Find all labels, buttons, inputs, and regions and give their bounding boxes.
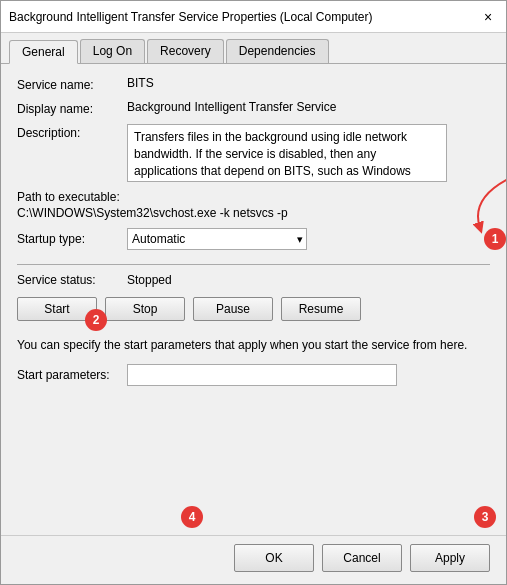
service-name-value: BITS: [127, 76, 154, 90]
footer: 4 3 OK Cancel Apply: [1, 535, 506, 584]
description-row: Description: Transfers files in the back…: [17, 124, 490, 182]
description-value: Transfers files in the background using …: [127, 124, 447, 182]
service-status-value: Stopped: [127, 273, 172, 287]
service-status-label: Service status:: [17, 273, 127, 287]
service-name-row: Service name: BITS: [17, 76, 490, 92]
display-name-value: Background Intelligent Transfer Service: [127, 100, 336, 114]
apply-button[interactable]: Apply: [410, 544, 490, 572]
tab-general[interactable]: General: [9, 40, 78, 64]
ok-button[interactable]: OK: [234, 544, 314, 572]
start-button[interactable]: Start: [17, 297, 97, 321]
main-content: Service name: BITS Display name: Backgro…: [1, 64, 506, 535]
path-value: C:\WINDOWS\System32\svchost.exe -k netsv…: [17, 206, 490, 220]
properties-dialog: Background Intelligent Transfer Service …: [0, 0, 507, 585]
path-label: Path to executable:: [17, 190, 490, 204]
start-params-label: Start parameters:: [17, 368, 127, 382]
display-name-label: Display name:: [17, 100, 127, 116]
display-name-row: Display name: Background Intelligent Tra…: [17, 100, 490, 116]
annotation-arrow-1: [450, 168, 506, 248]
tab-dependencies[interactable]: Dependencies: [226, 39, 329, 63]
divider-1: [17, 264, 490, 265]
service-buttons-row: Start Stop Pause Resume 2: [17, 297, 490, 321]
service-status-row: Service status: Stopped: [17, 273, 490, 287]
startup-type-label: Startup type:: [17, 232, 127, 246]
startup-type-row: Startup type: Automatic Automatic (Delay…: [17, 228, 490, 250]
close-button[interactable]: ×: [478, 7, 498, 27]
pause-button[interactable]: Pause: [193, 297, 273, 321]
start-params-input[interactable]: [127, 364, 397, 386]
tab-bar: General Log On Recovery Dependencies: [1, 33, 506, 64]
startup-type-wrapper: Automatic Automatic (Delayed Start) Manu…: [127, 228, 307, 250]
description-label: Description:: [17, 124, 127, 140]
stop-button[interactable]: Stop: [105, 297, 185, 321]
service-name-label: Service name:: [17, 76, 127, 92]
hint-text: You can specify the start parameters tha…: [17, 337, 490, 354]
start-params-row: Start parameters:: [17, 364, 490, 386]
startup-type-select[interactable]: Automatic Automatic (Delayed Start) Manu…: [127, 228, 307, 250]
resume-button[interactable]: Resume: [281, 297, 361, 321]
tab-recovery[interactable]: Recovery: [147, 39, 224, 63]
path-section: Path to executable: C:\WINDOWS\System32\…: [17, 190, 490, 220]
window-title: Background Intelligent Transfer Service …: [9, 10, 373, 24]
tab-logon[interactable]: Log On: [80, 39, 145, 63]
title-bar: Background Intelligent Transfer Service …: [1, 1, 506, 33]
cancel-button[interactable]: Cancel: [322, 544, 402, 572]
